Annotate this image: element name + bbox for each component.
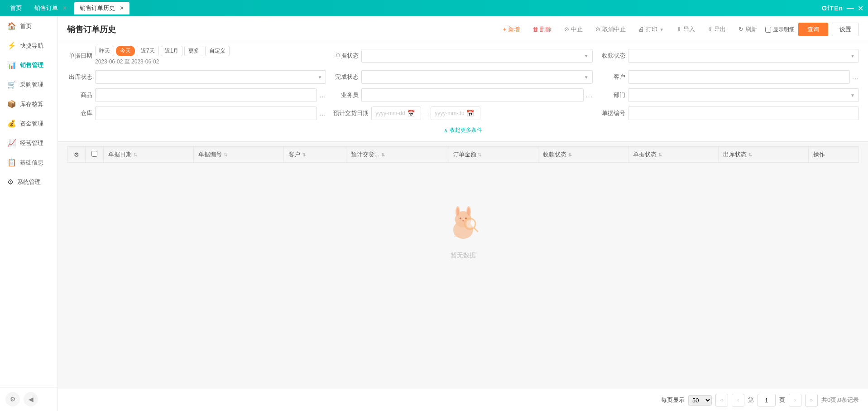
- expected-date-to[interactable]: yyyy-mm-dd 📅: [431, 106, 480, 120]
- purchase-icon: 🛒: [7, 80, 16, 89]
- th-expected-date[interactable]: 预计交货... ⇅: [346, 147, 448, 163]
- department-select[interactable]: ▼: [628, 88, 859, 102]
- tab-home-label: 首页: [10, 4, 22, 12]
- sidebar-item-sales[interactable]: 📊 销售管理: [0, 55, 58, 75]
- product-dots[interactable]: …: [319, 91, 326, 99]
- page-prefix: 第: [748, 396, 754, 404]
- sidebar-collapse-btn[interactable]: ◀: [24, 392, 38, 406]
- product-input[interactable]: [95, 88, 317, 102]
- filter-order-no-item: 单据编号: [600, 106, 859, 120]
- page-suffix: 页: [779, 396, 785, 404]
- sidebar-item-inventory[interactable]: 📦 库存核算: [0, 94, 58, 114]
- th-order-no-label: 单据编号: [198, 151, 222, 158]
- th-order-status[interactable]: 单据状态 ⇅: [628, 147, 719, 163]
- warehouse-dots[interactable]: …: [319, 109, 326, 117]
- th-date[interactable]: 单据日期 ⇅: [104, 147, 194, 163]
- date-7days-btn[interactable]: 近7天: [137, 46, 159, 56]
- sidebar-item-purchase[interactable]: 🛒 采购管理: [0, 75, 58, 94]
- th-gear[interactable]: ⚙: [67, 147, 86, 163]
- th-order-no[interactable]: 单据编号 ⇅: [194, 147, 284, 163]
- salesperson-input[interactable]: [361, 88, 583, 102]
- th-checkbox[interactable]: [86, 147, 104, 163]
- salesperson-dots[interactable]: …: [585, 91, 593, 99]
- order-no-label: 单据编号: [600, 109, 625, 117]
- th-amount-label: 订单金额: [453, 151, 476, 158]
- last-page-btn[interactable]: »: [805, 394, 818, 406]
- expected-date-from[interactable]: yyyy-mm-dd 📅: [371, 106, 421, 120]
- current-page-input[interactable]: [758, 394, 776, 406]
- customer-input[interactable]: [628, 70, 850, 84]
- th-amount[interactable]: 订单金额 ⇅: [448, 147, 538, 163]
- data-table: ⚙ 单据日期 ⇅ 单据编号 ⇅ 客户 ⇅: [67, 146, 859, 163]
- customer-dots[interactable]: …: [852, 73, 859, 81]
- sidebar-item-system[interactable]: ⚙ 系统管理: [0, 172, 58, 192]
- warehouse-input[interactable]: [95, 106, 317, 120]
- svg-point-8: [462, 220, 464, 222]
- tab-sales-order[interactable]: 销售订单 ✕: [29, 2, 72, 15]
- empty-illustration: [441, 199, 486, 244]
- sidebar-item-sales-label: 销售管理: [20, 61, 43, 69]
- next-page-btn[interactable]: ›: [789, 394, 801, 406]
- filter-warehouse-item: 仓库 …: [67, 106, 326, 120]
- sidebar-item-basic-info[interactable]: 📋 基础信息: [0, 153, 58, 172]
- print-btn[interactable]: 🖨 打印 ▼: [634, 24, 669, 35]
- th-stock-status[interactable]: 出库状态 ⇅: [719, 147, 809, 163]
- order-no-input[interactable]: [628, 106, 859, 120]
- sidebar-item-operations-label: 经营管理: [20, 139, 43, 147]
- refresh-btn[interactable]: ↻ 刷新: [734, 24, 762, 35]
- export-btn[interactable]: ⇪ 导出: [703, 24, 731, 35]
- cancel-stop-btn[interactable]: ⊘ 取消中止: [591, 24, 630, 35]
- sidebar-settings-btn[interactable]: ⚙: [5, 392, 20, 406]
- stop-btn[interactable]: ⊘ 中止: [560, 24, 587, 35]
- tab-sales-order-history[interactable]: 销售订单历史 ✕: [74, 2, 129, 15]
- tab-sales-order-label: 销售订单: [34, 4, 58, 12]
- date-yesterday-btn[interactable]: 昨天: [95, 46, 114, 56]
- sidebar-item-operations[interactable]: 📈 经营管理: [0, 133, 58, 153]
- first-page-btn[interactable]: «: [715, 394, 728, 406]
- order-status-label: 单据状态: [333, 52, 359, 60]
- empty-state: 暂无数据: [67, 163, 859, 296]
- salesperson-label: 业务员: [333, 91, 359, 99]
- query-btn[interactable]: 查询: [798, 23, 828, 36]
- stock-out-select[interactable]: ▼: [95, 70, 326, 84]
- display-detail-toggle[interactable]: 显示明细: [765, 26, 795, 34]
- finance-icon: 💰: [7, 119, 16, 128]
- display-detail-checkbox[interactable]: [765, 27, 771, 33]
- system-icon: ⚙: [7, 178, 14, 186]
- tab-sales-order-close[interactable]: ✕: [62, 5, 67, 11]
- sidebar-item-finance[interactable]: 💰 资金管理: [0, 114, 58, 133]
- date-month-btn[interactable]: 近1月: [161, 46, 183, 56]
- sidebar-item-home[interactable]: 🏠 首页: [0, 16, 58, 36]
- collapse-btn[interactable]: ∧ 收起更多条件: [67, 125, 859, 136]
- window-minimize-btn[interactable]: —: [847, 4, 854, 12]
- th-receipt-status[interactable]: 收款状态 ⇅: [538, 147, 628, 163]
- th-receipt-status-label: 收款状态: [543, 151, 566, 158]
- settings-btn[interactable]: 设置: [832, 23, 859, 36]
- sidebar-item-quick-nav[interactable]: ⚡ 快捷导航: [0, 36, 58, 55]
- th-actions: 操作: [809, 147, 859, 163]
- complete-select[interactable]: ▼: [361, 70, 592, 84]
- prev-page-btn[interactable]: ‹: [732, 394, 744, 406]
- select-all-checkbox[interactable]: [91, 151, 97, 157]
- order-status-value: ▼: [361, 49, 592, 63]
- date-custom-btn[interactable]: 自定义: [205, 46, 230, 56]
- import-btn[interactable]: ⇩ 导入: [672, 24, 700, 35]
- top-bar: 首页 销售订单 ✕ 销售订单历史 ✕ OfTEn — ✕: [0, 0, 868, 16]
- tab-sales-order-history-close[interactable]: ✕: [120, 5, 124, 11]
- delete-btn[interactable]: 🗑 删除: [528, 24, 556, 35]
- date-today-btn[interactable]: 今天: [116, 46, 135, 56]
- inventory-icon: 📦: [7, 100, 16, 108]
- print-label: 🖨 打印: [638, 25, 658, 34]
- window-close-btn[interactable]: ✕: [858, 4, 863, 13]
- th-actions-label: 操作: [813, 151, 825, 158]
- date-more-btn[interactable]: 更多: [184, 46, 203, 56]
- filter-complete-item: 完成状态 ▼: [333, 70, 592, 84]
- receipt-status-select[interactable]: ▼: [628, 49, 859, 63]
- add-btn[interactable]: + 新增: [499, 24, 524, 35]
- page-size-select[interactable]: 20 50 100: [688, 395, 712, 406]
- filter-row-1: 单据日期 昨天 今天 近7天 近1月 更多 自定义 2023-06-02: [67, 46, 859, 66]
- tab-home[interactable]: 首页: [5, 2, 27, 15]
- th-customer[interactable]: 客户 ⇅: [284, 147, 346, 163]
- order-status-select[interactable]: ▼: [361, 49, 592, 63]
- content-area: 销售订单历史 + 新增 🗑 删除 ⊘ 中止 ⊘ 取消中止 🖨 打印 ▼ ⇩ 导入…: [58, 16, 868, 411]
